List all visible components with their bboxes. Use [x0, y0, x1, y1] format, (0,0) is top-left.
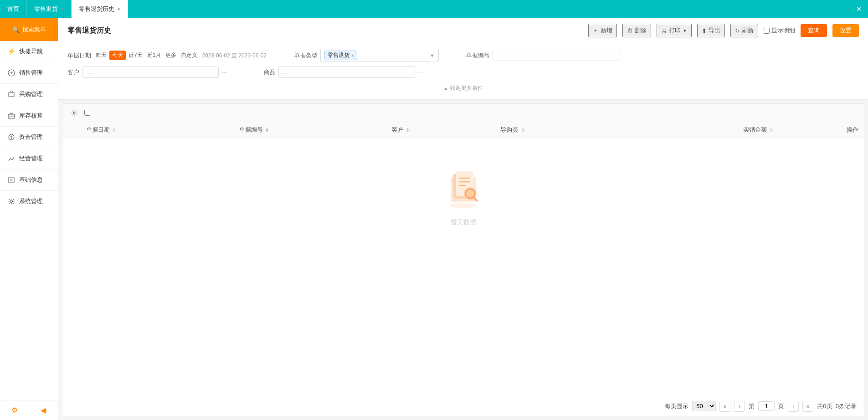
sidebar-item-sales-mgmt-label: 销售管理	[19, 69, 43, 77]
collapse-up-icon: ▲	[443, 85, 449, 92]
search-menu-button[interactable]: 🔍 搜索菜单	[0, 18, 58, 41]
customer-input[interactable]	[82, 67, 219, 78]
sidebar-settings-button[interactable]: ⚙	[7, 403, 22, 418]
voucher-type-tag: 零售退货 ×	[324, 51, 357, 60]
quick-nav-icon: ⚡	[7, 47, 15, 56]
tab-retail-return[interactable]: 零售退货 ×	[27, 0, 72, 18]
voucher-type-tag-close[interactable]: ×	[351, 53, 354, 58]
prev-page-button[interactable]: ‹	[734, 401, 745, 412]
voucher-type-tag-text: 零售退货	[328, 51, 349, 59]
col-checkbox	[62, 122, 81, 138]
voucher-number-input[interactable]	[493, 50, 620, 61]
print-icon: 🖨	[661, 27, 667, 34]
goods-more-btn[interactable]: ···	[418, 68, 424, 77]
col-date[interactable]: 单据日期 ⇅	[81, 122, 234, 138]
col-number[interactable]: 单据编号 ⇅	[234, 122, 387, 138]
next-page-button[interactable]: ›	[788, 401, 799, 412]
add-button[interactable]: ＋ 新增	[588, 24, 617, 37]
sidebar-item-basic-info[interactable]: 基础信息	[0, 169, 58, 191]
date-more-btn[interactable]: 更多	[164, 51, 178, 60]
sidebar-item-system-mgmt[interactable]: 系统管理	[0, 191, 58, 212]
export-button[interactable]: ⬆ 导出	[697, 24, 725, 37]
voucher-type-chevron-icon: ▼	[430, 53, 435, 58]
date-1month-btn[interactable]: 近1月	[145, 51, 163, 60]
delete-button[interactable]: 🗑 删除	[622, 24, 651, 37]
sidebar-item-finance[interactable]: 资金管理	[0, 127, 58, 148]
date-7days-btn[interactable]: 近7天	[127, 51, 144, 60]
goods-input[interactable]	[278, 67, 415, 78]
col-date-sort-icon: ⇅	[113, 128, 116, 133]
svg-point-3	[9, 134, 14, 140]
select-all-checkbox[interactable]	[84, 110, 90, 116]
setting-button[interactable]: 设置	[832, 24, 859, 37]
customer-more-btn[interactable]: ···	[221, 68, 227, 77]
tab-retail-return-history[interactable]: 零售退货历史 ×	[72, 0, 128, 18]
main-layout: 🔍 搜索菜单 ⚡ 快捷导航 销售管理 采购管理	[0, 18, 868, 420]
date-filter: 单据日期 昨天 今天 近7天 近1月 更多 自定义 2023-06-02 至 2…	[67, 51, 267, 60]
refresh-button[interactable]: ↻ 刷新	[730, 24, 758, 37]
per-page-select[interactable]: 10 20 50 100	[692, 401, 716, 411]
date-custom-btn[interactable]: 自定义	[179, 51, 199, 60]
search-menu-icon: 🔍	[12, 26, 20, 33]
col-amount[interactable]: 实销金额 ⇅	[626, 122, 779, 138]
tab-retail-return-close[interactable]: ×	[61, 6, 64, 12]
goods-filter: 商品 ···	[264, 67, 424, 78]
voucher-type-filter: 单据类型 零售退货 × ▼	[294, 49, 439, 62]
svg-point-5	[10, 200, 13, 203]
first-page-button[interactable]: «	[719, 401, 730, 412]
tab-retail-return-history-close[interactable]: ×	[117, 6, 120, 12]
svg-point-6	[73, 112, 75, 114]
basic-info-icon	[7, 176, 15, 184]
col-guide[interactable]: 导购员 ⇅	[495, 122, 626, 138]
goods-label: 商品	[264, 68, 276, 77]
show-detail-label: 显示明细	[771, 26, 795, 35]
collapse-bar[interactable]: ▲ 收起更多条件	[67, 82, 859, 94]
sidebar-item-inventory[interactable]: 库存核算	[0, 105, 58, 127]
empty-state: 暂无数据	[62, 138, 864, 254]
query-button[interactable]: 查询	[801, 24, 827, 37]
page-input[interactable]	[758, 401, 775, 411]
date-yesterday-btn[interactable]: 昨天	[94, 51, 108, 60]
col-action-label: 操作	[847, 126, 858, 133]
delete-icon: 🗑	[627, 27, 633, 34]
tab-home[interactable]: 首页	[0, 0, 27, 18]
sidebar-item-operations[interactable]: 经营管理	[0, 148, 58, 169]
refresh-label: 刷新	[742, 26, 754, 35]
table-settings-button[interactable]	[68, 107, 81, 119]
add-label: 新增	[601, 26, 612, 35]
col-amount-label: 实销金额	[743, 126, 767, 133]
col-customer-label: 客户	[392, 126, 404, 133]
sidebar-item-purchase-mgmt-label: 采购管理	[19, 90, 43, 98]
sidebar-item-inventory-label: 库存核算	[19, 112, 43, 120]
export-icon: ⬆	[702, 27, 707, 34]
date-shortcuts: 昨天 今天 近7天 近1月 更多 自定义	[94, 51, 199, 60]
svg-rect-1	[9, 92, 14, 97]
sidebar-item-basic-info-label: 基础信息	[19, 176, 43, 184]
export-label: 导出	[709, 26, 720, 35]
sidebar-item-sales-mgmt[interactable]: 销售管理	[0, 62, 58, 84]
last-page-button[interactable]: »	[802, 401, 813, 412]
system-mgmt-icon	[7, 197, 15, 205]
sidebar-item-purchase-mgmt[interactable]: 采购管理	[0, 84, 58, 105]
show-detail-checkbox-label[interactable]: 显示明细	[764, 26, 795, 35]
window-close-button[interactable]: ×	[850, 0, 868, 18]
date-today-btn[interactable]: 今天	[109, 51, 126, 60]
print-button[interactable]: 🖨 打印 ▼	[657, 24, 692, 37]
sidebar-collapse-button[interactable]: ◀	[36, 403, 51, 418]
sales-mgmt-icon	[7, 69, 15, 77]
voucher-number-label: 单据编号	[466, 51, 490, 60]
pagination-bar: 每页显示 10 20 50 100 « ‹ 第 页 › » 共0页, 0条记录	[62, 396, 864, 416]
page-label: 第	[749, 402, 755, 410]
print-label: 打印	[669, 26, 681, 35]
print-dropdown-icon: ▼	[683, 28, 687, 33]
voucher-type-select[interactable]: 零售退货 × ▼	[320, 49, 439, 62]
tab-home-label: 首页	[7, 5, 19, 13]
col-number-sort-icon: ⇅	[265, 128, 269, 133]
page-title: 零售退货历史	[67, 26, 111, 36]
show-detail-checkbox[interactable]	[764, 28, 770, 34]
customer-label: 客户	[67, 68, 79, 77]
sidebar-item-quick-nav[interactable]: ⚡ 快捷导航	[0, 41, 58, 62]
col-customer[interactable]: 客户 ⇅	[386, 122, 495, 138]
col-number-label: 单据编号	[239, 126, 263, 133]
tab-retail-return-history-label: 零售退货历史	[79, 5, 114, 13]
